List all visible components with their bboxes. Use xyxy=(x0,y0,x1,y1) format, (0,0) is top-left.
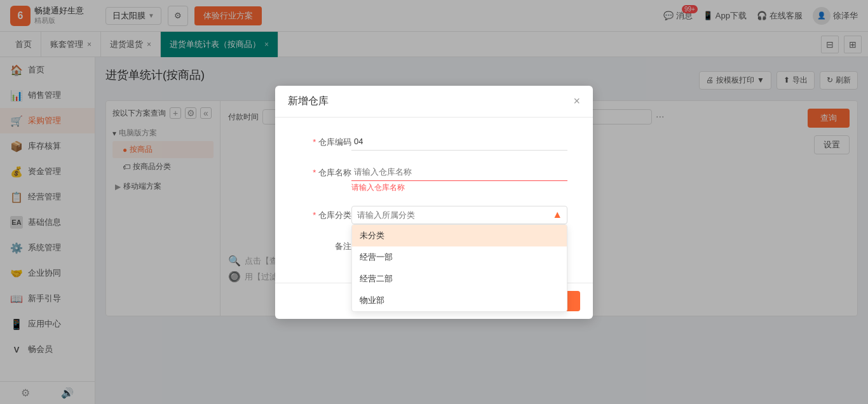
category-dropdown: 未分类 经营一部 经营二部 物业部 xyxy=(351,224,567,312)
dropdown-item-dept3[interactable]: 物业部 xyxy=(352,290,567,311)
modal-overlay: 新增仓库 × 仓库编码 仓库名称 请输入仓库名称 仓库分类 xyxy=(0,0,868,404)
name-input-wrap: 请输入仓库名称 xyxy=(351,163,567,193)
code-input[interactable] xyxy=(351,133,567,151)
code-input-wrap xyxy=(351,133,567,151)
form-row-code: 仓库编码 xyxy=(301,133,567,151)
modal-title: 新增仓库 xyxy=(288,95,329,108)
code-label: 仓库编码 xyxy=(301,133,351,148)
dropdown-item-unclassified[interactable]: 未分类 xyxy=(352,225,567,246)
modal-header: 新增仓库 × xyxy=(275,86,593,118)
category-select-wrap: ▲ 未分类 经营一部 经营二部 物业部 xyxy=(351,206,567,224)
form-row-name: 仓库名称 请输入仓库名称 xyxy=(301,163,567,193)
note-label: 备注 xyxy=(301,237,351,252)
name-label: 仓库名称 xyxy=(301,163,351,178)
modal-body: 仓库编码 仓库名称 请输入仓库名称 仓库分类 ▲ xyxy=(275,118,593,283)
name-input[interactable] xyxy=(351,163,567,181)
new-warehouse-modal: 新增仓库 × 仓库编码 仓库名称 请输入仓库名称 仓库分类 xyxy=(275,86,593,319)
modal-close-icon[interactable]: × xyxy=(573,95,580,108)
category-input[interactable] xyxy=(351,206,567,224)
dropdown-item-dept1[interactable]: 经营一部 xyxy=(352,246,567,268)
form-row-category: 仓库分类 ▲ 未分类 经营一部 经营二部 物业部 xyxy=(301,206,567,224)
dropdown-item-dept2[interactable]: 经营二部 xyxy=(352,268,567,290)
category-label: 仓库分类 xyxy=(301,206,351,221)
name-error-msg: 请输入仓库名称 xyxy=(351,182,567,193)
